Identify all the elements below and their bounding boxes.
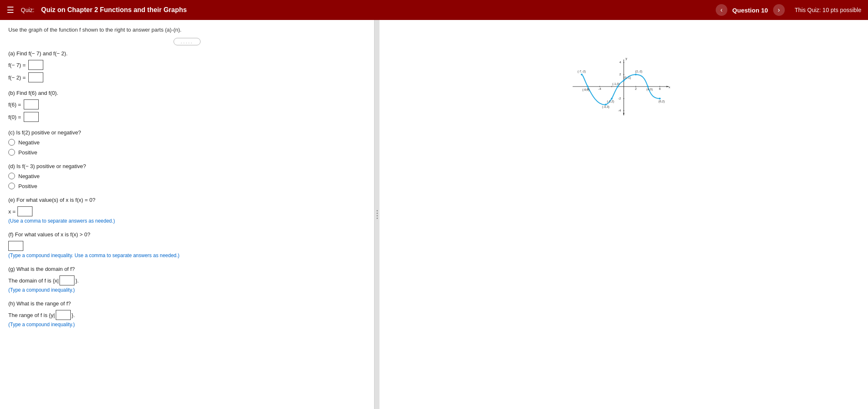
svg-text:(6,2): (6,2): [659, 99, 665, 103]
svg-text:(0,-1): (0,-1): [624, 76, 631, 79]
svg-text:(2,-2): (2,-2): [635, 69, 642, 73]
section-a-f-7-label: f(− 7) =: [8, 62, 26, 68]
section-h-hint: (Type a compound inequality.): [8, 322, 366, 327]
graph-container: -6 -4 2 6 x y 2 4 -2 -4: [570, 28, 678, 145]
quiz-title: Quiz on Chapter 2 Functions and their Gr…: [41, 6, 187, 14]
prev-question-button[interactable]: ‹: [716, 4, 727, 16]
quiz-label: Quiz:: [21, 7, 35, 13]
section-h-prefix: The range of f is {y|: [8, 312, 55, 318]
svg-point-28: [617, 86, 618, 87]
section-h-label: (h) What is the range of f?: [8, 300, 366, 307]
section-a-row2: f(− 2) =: [8, 72, 366, 82]
instructions-text: Use the graph of the function f shown to…: [8, 27, 366, 33]
next-question-button[interactable]: ›: [773, 4, 785, 16]
section-b-row1: f(6) =: [8, 99, 366, 109]
section-d-positive-label: Positive: [18, 183, 37, 189]
section-b: (b) Find f(6) and f(0). f(6) = f(0) =: [8, 90, 366, 122]
section-h-notation: The range of f is {y| }.: [8, 310, 366, 320]
header-nav: ‹ Question 10 › This Quiz: 10 pts possib…: [716, 4, 861, 16]
section-e-input-row: x =: [8, 206, 366, 216]
section-a-row1: f(− 7) =: [8, 60, 366, 70]
section-f-hint: (Type a compound inequality. Use a comma…: [8, 253, 366, 258]
section-d-radio-negative[interactable]: [8, 173, 15, 179]
left-panel: Use the graph of the function f shown to…: [0, 20, 374, 409]
svg-text:(4,0): (4,0): [647, 87, 653, 91]
section-g-notation: The domain of f is {x| }.: [8, 275, 366, 285]
section-d: (d) Is f(− 3) positive or negative? Nega…: [8, 163, 366, 189]
svg-text:2: 2: [635, 87, 637, 91]
section-c-negative-label: Negative: [18, 139, 40, 146]
menu-icon[interactable]: ☰: [7, 5, 14, 15]
section-c-option-negative[interactable]: Negative: [8, 139, 366, 146]
section-f-input-row: [8, 241, 366, 251]
section-e-hint: (Use a comma to separate answers as need…: [8, 218, 366, 224]
section-g-prefix: The domain of f is {x|: [8, 278, 59, 284]
section-c-radio-positive[interactable]: [8, 149, 15, 156]
section-d-radio-positive[interactable]: [8, 183, 15, 189]
question-label: Question 10: [732, 7, 768, 14]
section-f: (f) For what values of x is f(x) > 0? (T…: [8, 231, 366, 258]
svg-text:x: x: [669, 85, 670, 89]
section-a-f-2-label: f(− 2) =: [8, 74, 26, 81]
section-b-f6-input[interactable]: [24, 99, 39, 109]
svg-text:-4: -4: [598, 87, 602, 91]
svg-point-24: [581, 74, 583, 75]
section-a-f-2-input[interactable]: [28, 72, 43, 82]
svg-text:(-7,-2): (-7,-2): [578, 69, 586, 73]
section-c-positive-label: Positive: [18, 149, 37, 156]
section-d-option-positive[interactable]: Positive: [8, 183, 366, 189]
section-b-label: (b) Find f(6) and f(0).: [8, 90, 366, 96]
collapse-bar: .....: [8, 38, 366, 45]
svg-text:(-3,3): (-3,3): [602, 105, 609, 109]
collapse-dots[interactable]: .....: [174, 38, 200, 45]
svg-text:(-2,2): (-2,2): [607, 99, 614, 103]
right-panel: -6 -4 2 6 x y 2 4 -2 -4: [379, 20, 868, 409]
svg-text:6: 6: [659, 87, 661, 91]
main-container: Use the graph of the function f shown to…: [0, 20, 868, 409]
section-e-input[interactable]: [17, 206, 32, 216]
section-f-input[interactable]: [8, 241, 23, 251]
section-e-label: (e) For what value(s) of x is f(x) = 0?: [8, 197, 366, 203]
section-g-input[interactable]: [60, 275, 74, 285]
divider-dots-icon: [377, 210, 378, 219]
section-a-label: (a) Find f(− 7) and f(− 2).: [8, 50, 366, 57]
svg-point-30: [635, 74, 637, 75]
svg-text:(-6,0): (-6,0): [582, 88, 589, 92]
section-e: (e) For what value(s) of x is f(x) = 0? …: [8, 197, 366, 224]
svg-marker-3: [623, 113, 624, 116]
section-h-suffix: }.: [72, 312, 75, 318]
section-d-option-negative[interactable]: Negative: [8, 173, 366, 179]
section-b-f0-label: f(0) =: [8, 114, 21, 120]
svg-text:2: 2: [619, 72, 621, 76]
section-b-f6-label: f(6) =: [8, 102, 21, 108]
section-e-prefix: x =: [8, 208, 16, 215]
header: ☰ Quiz: Quiz on Chapter 2 Functions and …: [0, 0, 868, 20]
section-c-radio-negative[interactable]: [8, 139, 15, 146]
section-g-hint: (Type a compound inequality.): [8, 287, 366, 293]
svg-point-29: [623, 79, 625, 81]
section-c-option-positive[interactable]: Positive: [8, 149, 366, 156]
function-graph: -6 -4 2 6 x y 2 4 -2 -4: [570, 28, 678, 145]
section-h: (h) What is the range of f? The range of…: [8, 300, 366, 327]
svg-text:(-1,0): (-1,0): [613, 82, 620, 86]
section-a: (a) Find f(− 7) and f(− 2). f(− 7) = f(−…: [8, 50, 366, 82]
section-f-label: (f) For what values of x is f(x) > 0?: [8, 231, 366, 238]
section-g-suffix: }.: [75, 278, 79, 284]
svg-text:-2: -2: [618, 97, 621, 100]
section-a-f-7-input[interactable]: [28, 60, 43, 70]
svg-text:-4: -4: [618, 109, 621, 112]
section-b-f0-input[interactable]: [24, 112, 39, 122]
section-c-label: (c) Is f(2) positive or negative?: [8, 129, 366, 136]
pts-label: This Quiz: 10 pts possible: [795, 7, 861, 13]
panel-divider[interactable]: [374, 20, 379, 409]
section-d-negative-label: Negative: [18, 173, 40, 179]
section-g: (g) What is the domain of f? The domain …: [8, 266, 366, 293]
section-b-row2: f(0) =: [8, 112, 366, 122]
section-d-label: (d) Is f(− 3) positive or negative?: [8, 163, 366, 169]
svg-point-25: [587, 86, 588, 87]
section-h-input[interactable]: [56, 310, 71, 320]
svg-text:y: y: [625, 57, 627, 60]
svg-text:4: 4: [619, 60, 621, 64]
section-g-label: (g) What is the domain of f?: [8, 266, 366, 272]
section-c: (c) Is f(2) positive or negative? Negati…: [8, 129, 366, 156]
